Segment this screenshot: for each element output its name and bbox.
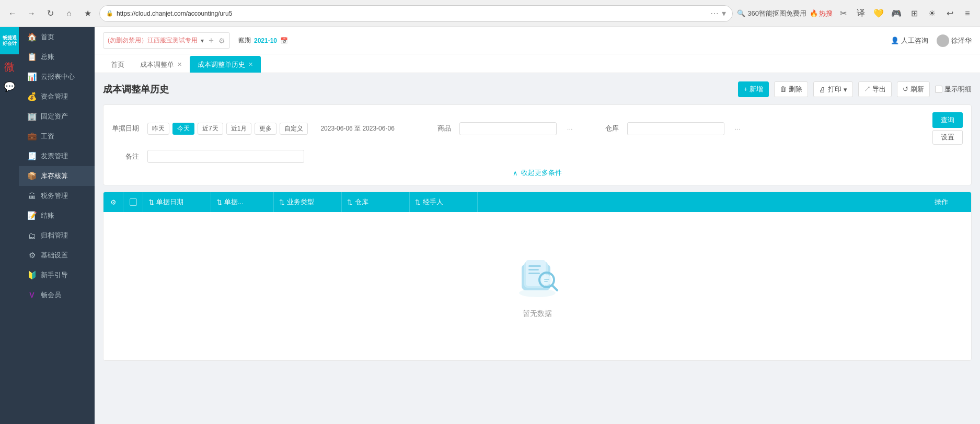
inventory-icon: 📦 bbox=[27, 171, 37, 181]
filter-settings-button[interactable]: 设置 bbox=[932, 130, 963, 145]
game-tool[interactable]: 🎮 bbox=[889, 6, 904, 21]
warehouse-dots: ··· bbox=[735, 125, 741, 133]
user-profile[interactable]: 徐泽华 bbox=[937, 34, 972, 47]
search-tool[interactable]: 🔍 360智能抠图免费用 bbox=[737, 9, 806, 18]
hot-search[interactable]: 🔥 热搜 bbox=[810, 9, 833, 18]
show-detail-checkbox[interactable] bbox=[935, 86, 942, 93]
new-button[interactable]: + 新增 bbox=[738, 81, 769, 97]
brightness-tool[interactable]: ☀ bbox=[925, 6, 939, 21]
delete-button[interactable]: 🗑 删除 bbox=[774, 81, 808, 97]
refresh-button[interactable]: ↺ 刷新 bbox=[897, 81, 930, 97]
sidebar-item-reports[interactable]: 📊 云报表中心 bbox=[19, 67, 95, 87]
filter-action-buttons: 查询 设置 bbox=[932, 112, 963, 145]
reload-button[interactable]: ↻ bbox=[43, 6, 57, 21]
date-filter-label: 单据日期 bbox=[112, 124, 139, 133]
date-btn-more[interactable]: 更多 bbox=[255, 123, 276, 135]
assets-icon: 🏢 bbox=[27, 112, 37, 121]
sidebar-item-inventory[interactable]: 📦 库存核算 bbox=[19, 166, 95, 186]
menu-tool[interactable]: ≡ bbox=[960, 6, 975, 21]
remark-filter-label: 备注 bbox=[112, 152, 139, 161]
sidebar-item-guide[interactable]: 🔰 新手引导 bbox=[19, 265, 95, 285]
sidebar: 🏠 首页 📋 总账 📊 云报表中心 💰 资金管理 🏢 固定资产 💼 工资 🧾 发… bbox=[19, 27, 95, 424]
back-button[interactable]: ← bbox=[5, 6, 20, 21]
apps-tool[interactable]: ⊞ bbox=[907, 6, 921, 21]
icon-bar-chat[interactable]: 💬 bbox=[0, 77, 19, 96]
tab-cost-adjust[interactable]: 成本调整单 ✕ bbox=[132, 56, 190, 73]
customer-service[interactable]: 👤 人工咨询 bbox=[891, 36, 928, 45]
sidebar-item-settings[interactable]: ⚙ 基础设置 bbox=[19, 245, 95, 265]
tab-home-label: 首页 bbox=[111, 60, 124, 69]
date-btn-today[interactable]: 今天 bbox=[172, 123, 194, 135]
salary-icon: 💼 bbox=[27, 132, 37, 141]
th-gear[interactable]: ⚙ bbox=[103, 192, 123, 212]
remark-input[interactable] bbox=[147, 150, 304, 163]
print-icon: 🖨 bbox=[819, 86, 826, 93]
sidebar-item-assets[interactable]: 🏢 固定资产 bbox=[19, 107, 95, 126]
query-button[interactable]: 查询 bbox=[932, 112, 963, 128]
tab-cost-adjust-history-close[interactable]: ✕ bbox=[248, 61, 253, 68]
forward-button[interactable]: → bbox=[24, 6, 39, 21]
header-checkbox[interactable] bbox=[130, 198, 137, 206]
tab-cost-adjust-history[interactable]: 成本调整单历史 ✕ bbox=[190, 56, 261, 73]
period-label: 账期 bbox=[238, 36, 251, 45]
print-button[interactable]: 🖨 打印 ▾ bbox=[813, 81, 853, 97]
scissors-tool[interactable]: ✂ bbox=[836, 6, 850, 21]
add-company-icon[interactable]: ＋ bbox=[207, 35, 215, 46]
undo-tool[interactable]: ↩ bbox=[942, 6, 957, 21]
sidebar-item-salary[interactable]: 💼 工资 bbox=[19, 126, 95, 146]
action-buttons: + 新增 🗑 删除 🖨 打印 ▾ ↗ 导出 ↺ 刷新 显示明细 bbox=[738, 81, 972, 97]
settings-small-icon[interactable]: ⚙ bbox=[218, 37, 225, 45]
date-btn-last-month[interactable]: 近1月 bbox=[226, 123, 252, 135]
sidebar-item-funds[interactable]: 💰 资金管理 bbox=[19, 87, 95, 107]
product-input[interactable] bbox=[459, 122, 557, 135]
print-dropdown-icon: ▾ bbox=[844, 86, 847, 93]
th-warehouse[interactable]: ⇅ 仓库 bbox=[342, 192, 410, 212]
browser-tools: 🔍 360智能抠图免费用 🔥 热搜 ✂ 译 💛 🎮 ⊞ ☀ ↩ ≡ bbox=[737, 6, 975, 21]
app-logo: 畅捷通好会计 bbox=[0, 27, 19, 54]
svg-line-9 bbox=[552, 285, 557, 290]
date-btn-custom[interactable]: 自定义 bbox=[280, 123, 308, 135]
date-btn-yesterday[interactable]: 昨天 bbox=[147, 123, 169, 135]
wallet-tool[interactable]: 💛 bbox=[871, 6, 886, 21]
th-date[interactable]: ⇅ 单据日期 bbox=[143, 192, 211, 212]
export-button[interactable]: ↗ 导出 bbox=[858, 81, 892, 97]
tab-cost-adjust-close[interactable]: ✕ bbox=[177, 61, 182, 68]
company-dropdown-icon: ▾ bbox=[201, 37, 204, 44]
th-warehouse-sort-icon: ⇅ bbox=[347, 198, 353, 206]
settings-icon: ⚙ bbox=[27, 251, 37, 260]
company-selector[interactable]: (勿删勿禁用）江西服宝测试专用 ▾ ＋ ⚙ bbox=[103, 32, 230, 49]
icon-bar: 畅捷通好会计 微 💬 bbox=[0, 27, 19, 424]
tab-home[interactable]: 首页 bbox=[103, 56, 132, 73]
filter-row-remark: 备注 bbox=[112, 150, 963, 163]
translate-tool[interactable]: 译 bbox=[854, 6, 868, 21]
th-checkbox[interactable] bbox=[123, 192, 143, 212]
home-icon: 🏠 bbox=[27, 32, 37, 42]
calendar-icon[interactable]: 📅 bbox=[280, 37, 288, 44]
collapse-filter-button[interactable]: ∧ 收起更多条件 bbox=[112, 168, 963, 178]
date-btn-last7[interactable]: 近7天 bbox=[198, 123, 223, 135]
th-type[interactable]: ⇅ 业务类型 bbox=[274, 192, 342, 212]
sidebar-item-archive[interactable]: 🗂 归档管理 bbox=[19, 226, 95, 245]
sidebar-item-member[interactable]: V 畅会员 bbox=[19, 285, 95, 305]
data-table: ⚙ ⇅ 单据日期 ⇅ 单据... ⇅ 业务类型 bbox=[103, 192, 972, 361]
page-header: 成本调整单历史 + 新增 🗑 删除 🖨 打印 ▾ ↗ 导出 ↺ 刷新 显示明细 bbox=[103, 81, 972, 97]
reports-icon: 📊 bbox=[27, 72, 37, 81]
period-value: 2021-10 bbox=[254, 37, 277, 44]
sidebar-item-home[interactable]: 🏠 首页 bbox=[19, 27, 95, 47]
home-button[interactable]: ⌂ bbox=[62, 6, 76, 21]
sidebar-item-settlement[interactable]: 📝 结账 bbox=[19, 206, 95, 226]
date-quick-buttons: 昨天 今天 近7天 近1月 更多 自定义 bbox=[147, 123, 308, 135]
warehouse-input[interactable] bbox=[627, 122, 724, 135]
th-num[interactable]: ⇅ 单据... bbox=[211, 192, 274, 212]
app-wrapper: 畅捷通好会计 微 💬 🏠 首页 📋 总账 📊 云报表中心 💰 资金管理 🏢 固定… bbox=[0, 27, 980, 424]
main-content: (勿删勿禁用）江西服宝测试专用 ▾ ＋ ⚙ 账期 2021-10 📅 👤 人工咨… bbox=[95, 27, 980, 424]
sidebar-item-ledger[interactable]: 📋 总账 bbox=[19, 47, 95, 67]
bookmark-button[interactable]: ★ bbox=[80, 6, 95, 21]
th-person-sort-icon: ⇅ bbox=[415, 198, 421, 206]
sidebar-item-tax[interactable]: 🏛 税务管理 bbox=[19, 186, 95, 206]
icon-bar-weibo[interactable]: 微 bbox=[0, 57, 19, 76]
tab-bar: 首页 成本调整单 ✕ 成本调整单历史 ✕ bbox=[95, 54, 980, 73]
sidebar-item-invoice[interactable]: 🧾 发票管理 bbox=[19, 146, 95, 166]
url-bar[interactable]: 🔒 https://cloud.chanjet.com/accounting/u… bbox=[99, 5, 733, 22]
th-person[interactable]: ⇅ 经手人 bbox=[410, 192, 478, 212]
